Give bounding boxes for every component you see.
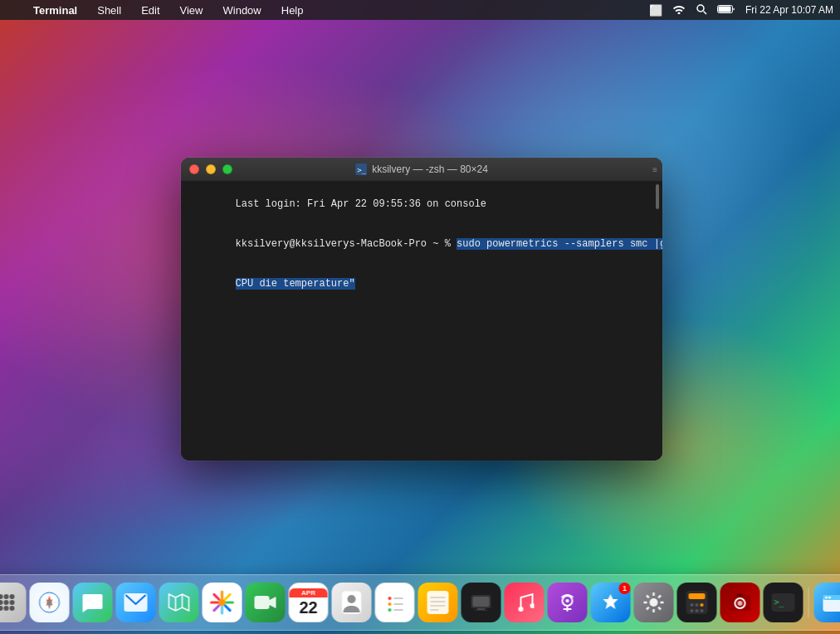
menubar-left: Terminal Shell Edit View Window Help [7, 4, 307, 17]
close-button[interactable] [189, 164, 199, 174]
svg-rect-40 [255, 596, 270, 609]
svg-point-17 [10, 600, 15, 605]
svg-point-90 [828, 597, 831, 599]
dock-item-maps[interactable] [159, 583, 199, 622]
dock-item-terminal[interactable]: >_ [764, 583, 803, 622]
menu-help[interactable]: Help [278, 4, 307, 17]
terminal-title: >_ kksilvery — -zsh — 80×24 [355, 163, 488, 175]
svg-point-79 [696, 609, 699, 612]
svg-point-61 [530, 603, 535, 608]
svg-line-72 [647, 607, 649, 610]
svg-rect-51 [427, 591, 449, 614]
maximize-button[interactable] [222, 164, 232, 174]
dock-item-appstore[interactable]: 1 [591, 583, 631, 622]
svg-point-43 [348, 595, 356, 603]
appstore-badge: 1 [619, 583, 631, 594]
svg-point-75 [691, 603, 694, 607]
svg-point-13 [4, 594, 9, 599]
svg-line-71 [658, 596, 661, 598]
dock-item-contacts[interactable] [332, 583, 372, 622]
dock-item-appletv[interactable] [462, 583, 501, 622]
svg-line-35 [214, 594, 219, 599]
dock-item-sysprefs[interactable] [634, 583, 674, 622]
window-icon[interactable]: ⬜ [649, 4, 662, 17]
dock-item-messages[interactable] [73, 583, 113, 622]
svg-point-12 [0, 594, 3, 599]
svg-point-18 [0, 606, 3, 611]
svg-line-38 [214, 606, 219, 611]
dock-item-reminders[interactable] [375, 583, 415, 622]
calendar-day: 22 [299, 597, 317, 617]
svg-point-45 [388, 597, 392, 600]
svg-marker-41 [270, 597, 276, 608]
svg-point-14 [10, 594, 15, 599]
app-name[interactable]: Terminal [30, 4, 81, 17]
svg-point-63 [566, 599, 569, 602]
svg-point-78 [691, 609, 694, 612]
terminal-title-icon: >_ [355, 163, 367, 175]
svg-point-19 [4, 606, 9, 611]
svg-point-49 [388, 608, 392, 612]
menu-edit[interactable]: Edit [138, 4, 163, 17]
dock-item-notes[interactable] [418, 583, 458, 622]
scroll-indicator: ≡ [652, 165, 657, 174]
terminal-command2: CPU die temperature" [236, 278, 355, 290]
svg-point-60 [519, 607, 524, 612]
menu-window[interactable]: Window [220, 4, 265, 17]
terminal-command: sudo powermetrics --samplers smc |grep -… [457, 238, 662, 250]
dock-item-safari[interactable] [30, 583, 70, 622]
terminal-prompt: kksilvery@kksilverys-MacBook-Pro ~ % [236, 238, 457, 250]
menubar: Terminal Shell Edit View Window Help ⬜ [0, 0, 840, 20]
svg-point-83 [738, 601, 743, 606]
dock: APR 22 1 [0, 574, 840, 631]
svg-rect-57 [473, 597, 490, 607]
svg-line-37 [225, 594, 230, 599]
svg-rect-58 [477, 608, 486, 610]
svg-rect-74 [689, 593, 706, 599]
svg-line-1 [703, 11, 706, 14]
svg-point-16 [4, 600, 9, 605]
dock-separator [808, 588, 809, 617]
svg-marker-28 [169, 594, 189, 611]
svg-line-69 [647, 596, 649, 598]
svg-line-70 [658, 607, 661, 610]
svg-text:>_: >_ [774, 597, 785, 607]
desktop: Terminal Shell Edit View Window Help ⬜ [0, 0, 840, 634]
svg-text:>_: >_ [357, 166, 366, 174]
svg-point-76 [696, 603, 699, 607]
dock-item-photos[interactable] [203, 583, 242, 622]
battery-icon[interactable] [717, 4, 735, 16]
svg-point-20 [10, 606, 15, 611]
dock-item-finder-window[interactable] [814, 583, 841, 622]
dock-item-photobooth[interactable] [720, 583, 760, 622]
svg-point-64 [650, 598, 658, 607]
svg-point-80 [701, 609, 704, 612]
terminal-command-line: kksilvery@kksilverys-MacBook-Pro ~ % sud… [188, 224, 656, 264]
svg-point-77 [701, 603, 704, 607]
svg-rect-3 [718, 7, 730, 12]
dock-item-launchpad[interactable] [0, 583, 27, 622]
svg-line-36 [225, 606, 230, 611]
svg-point-89 [825, 597, 828, 599]
svg-point-0 [697, 5, 704, 12]
dock-item-calculator[interactable] [677, 583, 717, 622]
terminal-content[interactable]: Last login: Fri Apr 22 09:55:36 on conso… [181, 181, 662, 461]
menubar-right: ⬜ Fri 22 Apr 10:07 AM [649, 3, 833, 17]
svg-rect-59 [475, 610, 488, 611]
terminal-command-line2: CPU die temperature" [188, 264, 656, 304]
svg-rect-84 [737, 593, 744, 597]
menu-view[interactable]: View [177, 4, 207, 17]
minimize-button[interactable] [206, 164, 216, 174]
dock-item-facetime[interactable] [246, 583, 286, 622]
search-icon[interactable] [696, 3, 707, 17]
dock-item-mail[interactable] [116, 583, 156, 622]
svg-point-47 [388, 602, 392, 606]
dock-item-podcasts[interactable] [548, 583, 588, 622]
terminal-scrollbar[interactable] [654, 181, 661, 461]
dock-item-calendar[interactable]: APR 22 [289, 583, 329, 622]
menu-shell[interactable]: Shell [94, 4, 125, 17]
dock-item-music[interactable] [505, 583, 545, 622]
svg-point-15 [0, 600, 3, 605]
terminal-titlebar: >_ kksilvery — -zsh — 80×24 ≡ [181, 158, 662, 181]
wifi-icon[interactable] [672, 4, 686, 17]
